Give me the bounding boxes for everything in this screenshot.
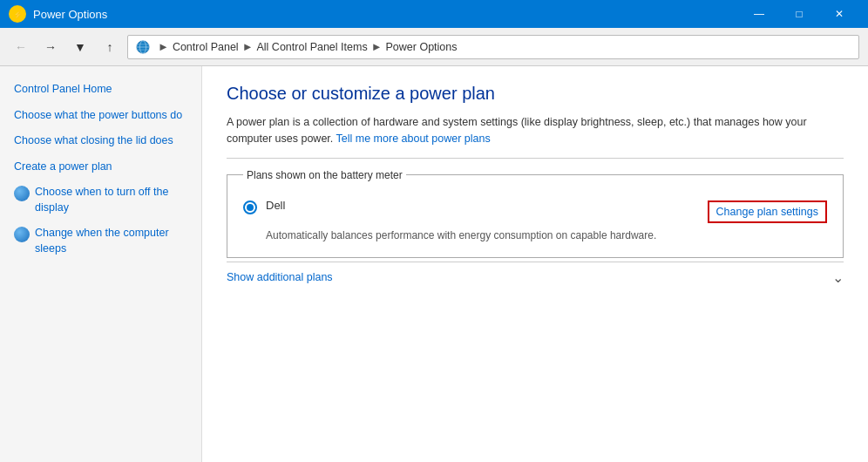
learn-more-link[interactable]: Tell me more about power plans: [336, 132, 491, 145]
sidebar: Control Panel Home Choose what the power…: [0, 66, 202, 462]
maximize-button[interactable]: □: [779, 0, 819, 28]
address-bar: ← → ▼ ↑ ► Control Panel ► All Control Pa…: [0, 28, 868, 66]
fieldset-legend: Plans shown on the battery meter: [243, 169, 406, 181]
window-title: Power Options: [33, 8, 107, 21]
breadcrumb-power-options[interactable]: Power Options: [386, 41, 458, 53]
description-text: A power plan is a collection of hardware…: [227, 114, 844, 147]
close-button[interactable]: ✕: [819, 0, 859, 28]
sidebar-item-home[interactable]: Control Panel Home: [0, 77, 201, 103]
plans-fieldset: Plans shown on the battery meter Dell Ch…: [227, 169, 844, 258]
plan-radio-dell[interactable]: [243, 200, 257, 214]
chevron-down-icon[interactable]: ⌄: [832, 269, 844, 286]
show-additional-plans-link[interactable]: Show additional plans: [227, 271, 333, 283]
minimize-button[interactable]: —: [739, 0, 779, 28]
forward-button[interactable]: →: [38, 35, 63, 59]
show-additional-plans-row: Show additional plans ⌄: [227, 262, 844, 293]
up-button[interactable]: ↑: [98, 35, 122, 59]
svg-text:⚡: ⚡: [13, 10, 24, 20]
sidebar-item-create-plan[interactable]: Create a power plan: [0, 154, 201, 180]
breadcrumb-all-items[interactable]: All Control Panel Items: [257, 41, 368, 53]
window-controls: — □ ✕: [739, 0, 859, 28]
back-button[interactable]: ←: [9, 35, 33, 59]
change-plan-settings-link[interactable]: Change plan settings: [708, 200, 827, 223]
content-area: Choose or customize a power plan A power…: [202, 66, 868, 462]
recent-locations-button[interactable]: ▼: [68, 35, 92, 59]
sidebar-item-power-buttons[interactable]: Choose what the power buttons do: [0, 103, 201, 129]
globe-icon-display: [14, 186, 30, 201]
sidebar-item-when-sleeps[interactable]: Change when the computer sleeps: [0, 221, 201, 262]
plan-row-dell: Dell Change plan settings: [243, 194, 827, 227]
divider: [227, 158, 844, 159]
main-layout: Control Panel Home Choose what the power…: [0, 66, 868, 462]
breadcrumb: ► Control Panel ► All Control Panel Item…: [127, 35, 859, 59]
breadcrumb-control-panel[interactable]: Control Panel: [173, 41, 239, 53]
globe-icon: [135, 39, 151, 55]
sidebar-item-turn-off-display[interactable]: Choose when to turn off the display: [0, 180, 201, 221]
plan-left: Dell: [243, 199, 285, 214]
app-icon: ⚡: [9, 5, 26, 23]
titlebar: ⚡ Power Options — □ ✕: [0, 0, 868, 28]
plan-description: Automatically balances performance with …: [243, 229, 827, 241]
plan-name: Dell: [266, 199, 285, 212]
globe-icon-sleep: [14, 227, 30, 242]
plan-info: Dell: [266, 199, 285, 212]
sidebar-item-closing-lid[interactable]: Choose what closing the lid does: [0, 128, 201, 154]
page-heading: Choose or customize a power plan: [227, 84, 844, 104]
